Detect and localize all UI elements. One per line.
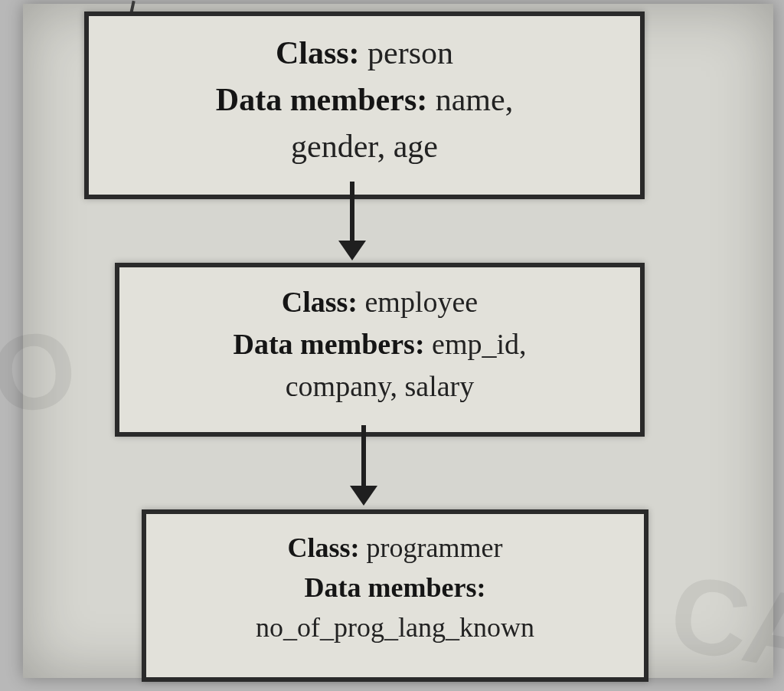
members-line-1: Data members: emp_id, bbox=[135, 323, 625, 365]
arrow-shaft bbox=[361, 425, 366, 486]
members-line-2: gender, age bbox=[104, 123, 625, 170]
class-box-employee: Class: employee Data members: emp_id, co… bbox=[115, 263, 645, 437]
members-line-1: Data members: name, bbox=[104, 77, 625, 123]
arrow-head-icon bbox=[350, 486, 377, 506]
class-name: person bbox=[368, 35, 453, 70]
class-line: Class: employee bbox=[135, 281, 625, 323]
class-inheritance-diagram: Class: person Data members: name, gender… bbox=[23, 4, 773, 678]
class-name: employee bbox=[365, 286, 479, 318]
class-box-programmer: Class: programmer Data members: no_of_pr… bbox=[142, 509, 648, 682]
members-text: name, bbox=[436, 82, 513, 117]
members-line-1: Data members: bbox=[162, 568, 629, 607]
members-line-2: no_of_prog_lang_known bbox=[162, 607, 629, 647]
class-label: Class: bbox=[276, 35, 360, 70]
members-label: Data members: bbox=[216, 82, 427, 117]
class-line: Class: person bbox=[104, 30, 625, 77]
class-box-person: Class: person Data members: name, gender… bbox=[84, 11, 645, 199]
members-label: Data members: bbox=[233, 328, 424, 360]
class-name: programmer bbox=[367, 532, 503, 563]
class-line: Class: programmer bbox=[162, 528, 629, 568]
members-label: Data members: bbox=[305, 572, 486, 603]
arrow-head-icon bbox=[338, 241, 366, 260]
members-line-2: company, salary bbox=[135, 365, 625, 408]
members-text: emp_id, bbox=[432, 328, 526, 360]
class-label: Class: bbox=[282, 286, 358, 318]
class-label: Class: bbox=[288, 532, 360, 563]
page-background: O CA Class: person Data members: name, g… bbox=[23, 4, 773, 678]
arrow-shaft bbox=[350, 182, 354, 241]
